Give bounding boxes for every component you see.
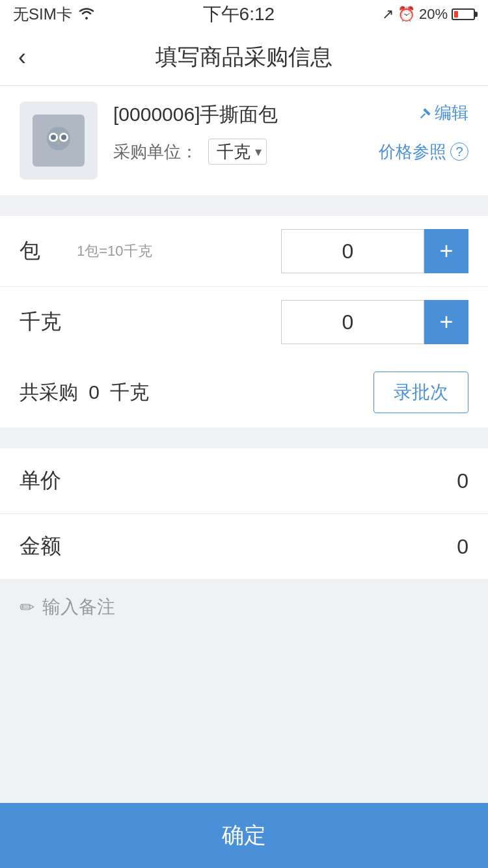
unit-price-label: 单价 — [20, 467, 61, 495]
unit-select-wrapper[interactable]: 千克 包 — [208, 139, 267, 165]
status-right: ↗ ⏰ 20% — [382, 6, 475, 23]
amount-value: 0 — [457, 535, 468, 559]
svg-point-3 — [51, 135, 56, 140]
unit-price-value: 0 — [457, 469, 468, 493]
edit-button[interactable]: 编辑 — [418, 102, 468, 124]
empty-space — [0, 635, 488, 830]
confirm-label: 确定 — [222, 821, 266, 850]
quantity-section: 包 1包=10千克 + 千克 + — [0, 216, 488, 357]
bag-input-right: + — [281, 229, 468, 273]
status-time: 下午6:12 — [203, 2, 275, 27]
confirm-button[interactable]: 确定 — [0, 803, 488, 868]
bag-plus-button[interactable]: + — [424, 229, 468, 273]
unit-label: 采购单位： — [113, 141, 198, 163]
kg-quantity-input[interactable] — [281, 300, 424, 344]
remark-placeholder: 输入备注 — [42, 595, 115, 619]
battery-icon — [452, 8, 475, 20]
divider-2 — [0, 427, 488, 438]
divider-1 — [0, 206, 488, 216]
total-value: 0 — [88, 381, 100, 403]
price-ref-button[interactable]: 价格参照 ? — [379, 141, 468, 163]
bag-quantity-row: 包 1包=10千克 + — [0, 216, 488, 287]
unit-price-row: 单价 0 — [0, 448, 488, 514]
product-info: [0000006]手撕面包 编辑 采购单位： 千克 包 — [113, 102, 468, 165]
nav-bar: ‹ 填写商品采购信息 — [0, 29, 488, 86]
bag-label: 包 — [20, 237, 72, 265]
amount-row: 金额 0 — [0, 514, 488, 579]
alarm-icon: ⏰ — [398, 6, 415, 23]
amount-label: 金额 — [20, 532, 61, 561]
total-section: 共采购 0 千克 录批次 — [0, 357, 488, 427]
main-content: 智十 [0000006]手撕面包 编辑 采购单位： 千克 — [0, 86, 488, 868]
product-card: 智十 [0000006]手撕面包 编辑 采购单位： 千克 — [0, 86, 488, 195]
kg-input-right: + — [281, 300, 468, 344]
location-icon: ↗ — [382, 6, 394, 23]
status-left: 无SIM卡 — [13, 4, 96, 25]
price-section: 单价 0 金额 0 — [0, 448, 488, 579]
status-bar: 无SIM卡 下午6:12 ↗ ⏰ 20% — [0, 0, 488, 29]
remark-section[interactable]: ✏ 输入备注 — [0, 579, 488, 635]
total-text: 共采购 0 千克 — [20, 379, 149, 406]
product-logo: 智十 — [33, 115, 85, 167]
bag-quantity-input[interactable] — [281, 229, 424, 273]
svg-rect-6 — [420, 113, 426, 118]
svg-point-4 — [61, 135, 66, 140]
product-name-row: [0000006]手撕面包 编辑 — [113, 102, 468, 128]
bag-sublabel: 1包=10千克 — [77, 241, 152, 261]
battery-percent: 20% — [419, 6, 448, 23]
unit-select[interactable]: 千克 包 — [208, 139, 267, 165]
batch-button[interactable]: 录批次 — [373, 372, 468, 413]
product-full-name: [0000006]手撕面包 — [113, 102, 278, 128]
wifi-icon — [77, 5, 96, 23]
kg-plus-button[interactable]: + — [424, 300, 468, 344]
page-title: 填写商品采购信息 — [156, 42, 332, 72]
back-button[interactable]: ‹ — [18, 44, 26, 71]
unit-row: 采购单位： 千克 包 价格参照 ? — [113, 139, 468, 165]
kg-label: 千克 — [20, 308, 72, 336]
kg-quantity-row: 千克 + — [0, 287, 488, 357]
pencil-icon: ✏ — [20, 597, 34, 618]
carrier-text: 无SIM卡 — [13, 4, 72, 25]
price-ref-icon: ? — [450, 142, 468, 161]
product-image: 智十 — [20, 102, 98, 180]
